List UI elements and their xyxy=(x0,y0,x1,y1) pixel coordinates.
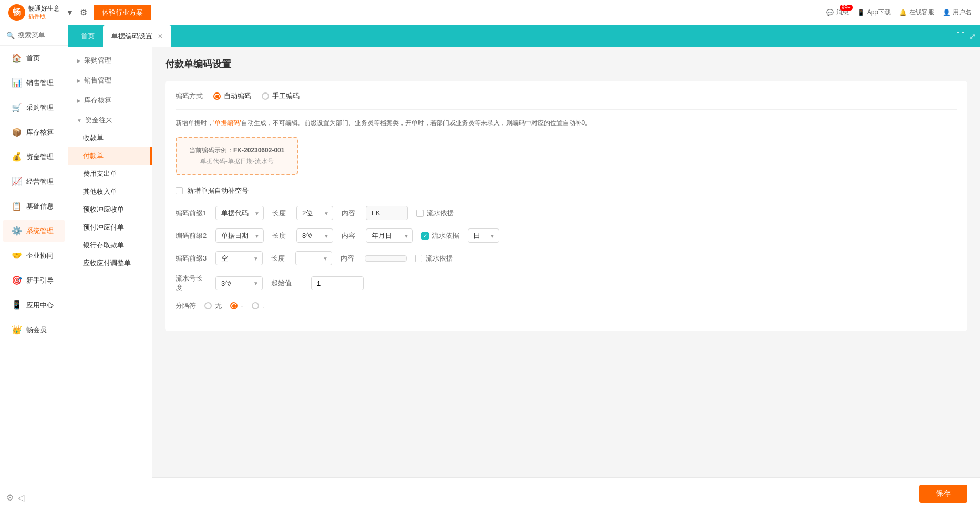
inventory-icon: 📦 xyxy=(12,127,22,137)
prefix2-select[interactable]: 单据日期 xyxy=(215,228,264,243)
tab-expand-icon[interactable]: ⛶ xyxy=(956,32,965,41)
serial1-wrap: 流水依据 xyxy=(416,209,454,218)
prefix3-select[interactable]: 空 xyxy=(215,251,263,265)
tab-close-button[interactable]: ✕ xyxy=(158,33,163,40)
tab-nav: 首页 单据编码设置 ✕ ⛶ ⤢ xyxy=(68,25,980,47)
user-avatar[interactable]: 👤 用户名 xyxy=(943,8,972,17)
save-button[interactable]: 保存 xyxy=(919,485,967,503)
subgroup-purchase-header[interactable]: ▶ 采购管理 xyxy=(68,51,152,69)
sidebar-item-appcenter[interactable]: 📱 应用中心 xyxy=(3,294,65,316)
serial1-checkbox[interactable] xyxy=(416,210,424,217)
auto-fill-checkbox[interactable] xyxy=(176,187,183,194)
sidebar-label-operation: 经营管理 xyxy=(26,177,54,186)
length3-select[interactable] xyxy=(295,251,332,265)
prefix1-select[interactable]: 单据代码 xyxy=(215,206,264,220)
sidebar-item-enterprise[interactable]: 🤝 企业协同 xyxy=(3,244,65,267)
subitem-advance-payable[interactable]: 预付冲应付单 xyxy=(68,219,152,236)
sep-dash-radio[interactable] xyxy=(230,302,238,309)
topbar-left: 畅 畅通好生意 插件版 ▼ ⚙ 体验行业方案 xyxy=(8,4,151,21)
serial3-checkbox[interactable] xyxy=(415,255,422,262)
code-preview-label: 当前编码示例：FK-20230602-001 xyxy=(189,146,284,155)
auto-encode-option[interactable]: 自动编码 xyxy=(213,91,251,101)
message-badge: 99+ xyxy=(840,5,853,11)
subitem-expense[interactable]: 费用支出单 xyxy=(68,165,152,183)
sidebar-item-inventory[interactable]: 📦 库存核算 xyxy=(3,121,65,143)
manual-encode-option[interactable]: 手工编码 xyxy=(262,91,300,101)
length1-select[interactable]: 2位 xyxy=(296,206,333,220)
message-button[interactable]: 💬 消息 99+ xyxy=(826,8,849,17)
sep-none-radio[interactable] xyxy=(204,302,212,309)
enterprise-icon: 🤝 xyxy=(12,251,22,261)
sep-none-option[interactable]: 无 xyxy=(204,301,222,310)
sidebar-item-purchase[interactable]: 🛒 采购管理 xyxy=(3,96,65,119)
sidebar-label-purchase: 采购管理 xyxy=(26,103,54,112)
sep-dash-option[interactable]: - xyxy=(230,302,243,310)
subgroup-inventory: ▶ 库存核算 xyxy=(68,91,152,109)
sidebar-item-finance[interactable]: 💰 资金管理 xyxy=(3,146,65,168)
subgroup-sales-label: 销售管理 xyxy=(84,76,111,85)
app-download-button[interactable]: 📱 App下载 xyxy=(857,8,891,17)
logo-sub: 插件版 xyxy=(28,13,60,20)
tab-fullscreen-icon[interactable]: ⤢ xyxy=(969,32,976,41)
sep-dot-label: . xyxy=(262,302,264,310)
prefix1-select-wrap: 单据代码 ▼ xyxy=(215,206,264,220)
manual-encode-radio[interactable] xyxy=(262,92,269,100)
content2-select[interactable]: 年月日 xyxy=(366,228,413,243)
serial1-label: 流水依据 xyxy=(427,209,454,218)
sidebar-item-newguide[interactable]: 🎯 新手引导 xyxy=(3,269,65,292)
serial2-unit-select[interactable]: 日 xyxy=(468,228,499,243)
sidebar-item-system[interactable]: ⚙️ 系统管理 xyxy=(3,220,65,242)
logo-text: 畅通好生意 插件版 xyxy=(28,5,60,20)
serial2-checkbox[interactable]: ✓ xyxy=(421,232,429,240)
subitem-payment[interactable]: 付款单 xyxy=(68,147,152,165)
length3-select-wrap: ▼ xyxy=(295,251,332,265)
collapse-button[interactable]: ◁ xyxy=(18,493,24,503)
subitem-receivable-adjust[interactable]: 应收应付调整单 xyxy=(68,254,152,272)
sidebar-item-operation[interactable]: 📈 经营管理 xyxy=(3,170,65,193)
info-text: 新增单据时，'单据编码'自动生成，不可编辑。前缀设置为部门、业务员等档案类，开单… xyxy=(176,118,957,128)
basic-icon: 📋 xyxy=(12,201,22,211)
sidebar-label-sales: 销售管理 xyxy=(26,78,54,88)
finance-icon: 💰 xyxy=(12,152,22,162)
serial3-label: 流水依据 xyxy=(426,254,453,263)
settings-button[interactable]: ⚙ xyxy=(6,493,14,503)
subitem-bank-deposit[interactable]: 银行存取款单 xyxy=(68,236,152,254)
serial2-unit-wrap: 日 ▼ xyxy=(468,228,499,243)
sales-icon: 📊 xyxy=(12,78,22,88)
subgroup-inventory-header[interactable]: ▶ 库存核算 xyxy=(68,91,152,109)
main-layout: 🔍 搜索菜单 🏠 首页 📊 销售管理 🛒 采购管理 📦 库存核算 💰 资金管理 … xyxy=(0,25,980,509)
sub-sidebar: ▶ 采购管理 ▶ 销售管理 ▶ 库存核算 xyxy=(68,47,152,509)
auto-encode-radio[interactable] xyxy=(213,92,221,100)
flow-length-select[interactable]: 3位 xyxy=(215,276,263,290)
subgroup-finance-header[interactable]: ▼ 资金往来 xyxy=(68,111,152,129)
sidebar-label-member: 畅会员 xyxy=(26,325,47,335)
subitem-advance-receivable[interactable]: 预收冲应收单 xyxy=(68,201,152,219)
subitem-other-income[interactable]: 其他收入单 xyxy=(68,183,152,201)
sidebar-item-home[interactable]: 🏠 首页 xyxy=(3,47,65,69)
page-title: 付款单编码设置 xyxy=(165,58,967,70)
sidebar-item-member[interactable]: 👑 畅会员 xyxy=(3,318,65,341)
subgroup-sales-header[interactable]: ▶ 销售管理 xyxy=(68,71,152,89)
service-icon: 🔔 xyxy=(899,9,907,16)
start-value-input[interactable] xyxy=(311,276,364,290)
sidebar-item-basic[interactable]: 📋 基础信息 xyxy=(3,195,65,217)
prefix2-row: 编码前缀2 单据日期 ▼ 长度 8位 xyxy=(176,228,957,243)
member-icon: 👑 xyxy=(12,325,22,335)
sidebar-item-sales[interactable]: 📊 销售管理 xyxy=(3,71,65,94)
online-service-button[interactable]: 🔔 在线客服 xyxy=(899,8,934,17)
settings-gear-button[interactable]: ⚙ xyxy=(80,7,87,17)
sep-dot-radio[interactable] xyxy=(252,302,259,309)
home-icon: 🏠 xyxy=(12,53,22,63)
content3-value xyxy=(365,255,407,262)
length2-select[interactable]: 8位 xyxy=(296,228,333,243)
tab-home[interactable]: 首页 xyxy=(73,25,103,47)
flow-length-label: 流水号长度 xyxy=(176,274,207,293)
sep-dot-option[interactable]: . xyxy=(252,302,264,310)
tab-serial-setting[interactable]: 单据编码设置 ✕ xyxy=(103,25,171,47)
expand-arrow-button[interactable]: ▼ xyxy=(66,8,74,17)
sidebar-search[interactable]: 🔍 搜索菜单 xyxy=(0,25,68,46)
trial-button[interactable]: 体验行业方案 xyxy=(94,5,151,20)
content3-label: 内容 xyxy=(341,254,356,263)
manual-encode-label: 手工编码 xyxy=(272,91,300,101)
subitem-receipt[interactable]: 收款单 xyxy=(68,129,152,147)
